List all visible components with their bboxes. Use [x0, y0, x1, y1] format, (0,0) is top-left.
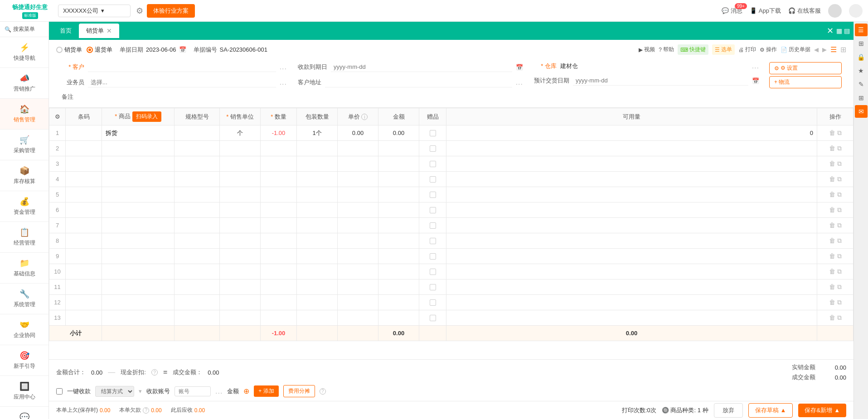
spec-input[interactable] [178, 268, 216, 275]
copy-icon[interactable]: ⧉ [837, 314, 842, 322]
copy-icon[interactable]: ⧉ [837, 268, 842, 275]
barcode-input[interactable] [69, 314, 98, 321]
gift-checkbox[interactable] [430, 130, 436, 136]
gift-cell[interactable] [419, 218, 446, 233]
copy-icon[interactable]: ⧉ [837, 237, 842, 245]
barcode-cell[interactable] [66, 249, 102, 264]
barcode-input[interactable] [69, 268, 98, 275]
qty-cell[interactable] [261, 218, 297, 233]
unit-cell[interactable] [220, 264, 261, 279]
barcode-input[interactable] [69, 191, 98, 198]
product-input[interactable] [106, 176, 170, 183]
copy-icon[interactable]: ⧉ [837, 252, 842, 260]
barcode-cell[interactable] [66, 264, 102, 279]
delete-icon[interactable]: 🗑 [829, 175, 835, 183]
product-input[interactable] [106, 207, 170, 213]
delete-icon[interactable]: 🗑 [829, 314, 835, 322]
right-panel-icon-star[interactable]: ★ [855, 64, 868, 77]
pkg-qty-cell[interactable] [297, 202, 338, 218]
pkg-qty-cell[interactable] [297, 187, 338, 202]
action-history[interactable]: 📄 历史单据 [781, 46, 810, 53]
pkg-qty-cell[interactable] [297, 233, 338, 249]
avatar2[interactable] [849, 4, 863, 18]
product-input[interactable] [106, 130, 170, 136]
unit-cell[interactable] [220, 141, 261, 156]
action-video[interactable]: ▶ 视频 [639, 46, 655, 53]
barcode-cell[interactable] [66, 310, 102, 326]
gift-cell[interactable] [419, 249, 446, 264]
customer-dots[interactable]: ... [280, 63, 287, 71]
account-input[interactable] [175, 386, 211, 396]
radio-return[interactable]: 退货单 [87, 46, 112, 54]
amount-cell[interactable] [378, 264, 419, 279]
unit-price-cell[interactable] [338, 295, 378, 310]
unit-cell[interactable] [220, 249, 261, 264]
customer-input[interactable] [88, 62, 276, 72]
warehouse-dots[interactable]: ... [752, 62, 759, 70]
unit-price-cell[interactable] [338, 218, 378, 233]
product-cell[interactable] [102, 264, 175, 279]
spec-input[interactable] [178, 130, 216, 136]
sidebar-search[interactable]: 🔍 搜索菜单 [0, 22, 48, 37]
message-btn[interactable]: 💬 消息 99+ [722, 7, 742, 15]
pkg-qty-cell[interactable] [297, 172, 338, 187]
fee-help-icon[interactable]: ? [320, 388, 326, 395]
gift-checkbox[interactable] [430, 145, 436, 152]
barcode-cell[interactable] [66, 156, 102, 172]
gift-checkbox[interactable] [430, 299, 436, 306]
gift-cell[interactable] [419, 172, 446, 187]
amount-cell[interactable] [378, 156, 419, 172]
unit-cell[interactable]: 个 [220, 125, 261, 141]
calendar-icon[interactable]: 📅 [179, 46, 186, 53]
amount-cell[interactable] [378, 172, 419, 187]
company-selector[interactable]: XXXXXX公司 ▾ [58, 5, 131, 17]
unit-price-cell[interactable] [338, 310, 378, 326]
spec-cell[interactable] [175, 264, 220, 279]
qty-cell[interactable] [261, 310, 297, 326]
amount-cell[interactable] [378, 141, 419, 156]
sidebar-item-sales-mgmt[interactable]: 🏠 销售管理 [0, 99, 48, 130]
amount-cell[interactable] [378, 187, 419, 202]
gift-checkbox[interactable] [430, 176, 436, 183]
spec-input[interactable] [178, 284, 216, 290]
online-service-btn[interactable]: 🎧 在线客服 [788, 7, 821, 15]
sidebar-item-capital-mgmt[interactable]: 💰 资金管理 [0, 191, 48, 222]
sidebar-item-inventory[interactable]: 📦 库存核算 [0, 160, 48, 191]
add-btn[interactable]: + 添加 [254, 385, 278, 397]
right-panel-icon-grid[interactable]: ⊞ [855, 37, 868, 50]
layout-grid-icon[interactable]: ⊞ [840, 45, 846, 54]
spec-cell[interactable] [175, 233, 220, 249]
amount-cell[interactable] [378, 310, 419, 326]
qty-cell[interactable] [261, 187, 297, 202]
sidebar-item-new-guide[interactable]: 🎯 新手引导 [0, 345, 48, 376]
cash-discount-info-icon[interactable]: ? [151, 369, 158, 376]
gift-cell[interactable] [419, 264, 446, 279]
sidebar-item-operations[interactable]: 📋 经营管理 [0, 222, 48, 253]
gift-cell[interactable] [419, 202, 446, 218]
pkg-qty-cell[interactable]: 1个 [297, 125, 338, 141]
right-panel-icon-expand[interactable]: ⊞ [855, 92, 868, 104]
qty-cell[interactable] [261, 156, 297, 172]
spec-input[interactable] [178, 253, 216, 260]
spec-cell[interactable] [175, 249, 220, 264]
amount-cell[interactable] [378, 295, 419, 310]
nav-right-icon[interactable]: ▶ [822, 46, 827, 53]
avatar[interactable] [828, 4, 842, 18]
delete-icon[interactable]: 🗑 [829, 252, 835, 260]
experience-btn[interactable]: 体验行业方案 [147, 4, 195, 18]
delete-icon[interactable]: 🗑 [829, 191, 835, 198]
pkg-qty-cell[interactable] [297, 156, 338, 172]
amount-cell[interactable] [378, 279, 419, 295]
gift-cell[interactable] [419, 279, 446, 295]
settlement-method-select[interactable]: 结算方式 [95, 386, 134, 397]
action-select[interactable]: ☰ 选单 [712, 44, 735, 55]
product-cell[interactable] [102, 187, 175, 202]
spec-input[interactable] [178, 207, 216, 213]
copy-icon[interactable]: ⧉ [837, 129, 842, 137]
barcode-input[interactable] [69, 253, 98, 260]
customer-addr-input[interactable] [325, 77, 512, 87]
right-panel-icon-list[interactable]: ☰ [855, 24, 868, 36]
gift-cell[interactable] [419, 141, 446, 156]
nav-left-icon[interactable]: ◀ [814, 46, 819, 53]
barcode-cell[interactable] [66, 295, 102, 310]
